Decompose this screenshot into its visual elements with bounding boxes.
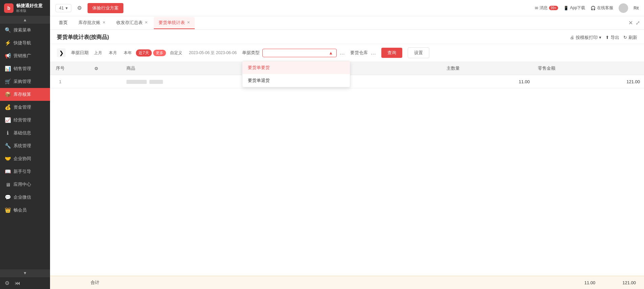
date-this-year-btn[interactable]: 本年 (121, 49, 135, 57)
refresh-icon: ↻ (623, 35, 627, 40)
sidebar-item-经营管理[interactable]: 📈经营管理 (0, 114, 50, 127)
filter-expand-btn[interactable]: ❯ (57, 48, 66, 57)
store-selector[interactable]: 41 ▾ (55, 4, 71, 12)
tabs-bar: 首页库存批次账 ✕收发存汇总表 ✕要货单统计表 ✕ ✕ ⤢ (50, 16, 644, 30)
page-title: 要货单统计表(按商品) (57, 34, 109, 41)
sidebar-icon: 📖 (5, 169, 11, 175)
sidebar-item-基础信息[interactable]: ℹ基础信息 (0, 127, 50, 139)
doc-type-select[interactable]: ▲ (262, 49, 337, 57)
app-logo-icon: b (4, 3, 14, 13)
doc-type-filter-group: 单据类型 ▲ … 要货单要货要货单退货 (242, 49, 345, 57)
sidebar-icon: 📊 (5, 66, 11, 72)
cell-index: 1 (50, 75, 70, 88)
sidebar-icon: 📈 (5, 117, 11, 123)
sidebar-icon: 🛒 (5, 79, 11, 85)
data-table-container: 序号 ⚙ 商品 主计量单位 主数量 零售金额 1 块 11.00 (50, 62, 644, 276)
tab-close-icon[interactable]: ✕ (102, 20, 105, 25)
tab-close-icon[interactable]: ✕ (145, 20, 148, 25)
col-settings[interactable]: ⚙ (70, 62, 122, 75)
print-template-btn[interactable]: 🖨 按模板打印 ▾ (570, 35, 601, 41)
user-name: Rit (634, 6, 639, 10)
sidebar-icon: ℹ (5, 130, 11, 136)
date-shortcuts: 上月 本月 本年 近7天 更多 自定义 (91, 49, 185, 57)
date-this-month-btn[interactable]: 本月 (106, 49, 120, 57)
sidebar-item-采购管理[interactable]: 🛒采购管理 (0, 75, 50, 88)
tab-close-icon[interactable]: ✕ (187, 20, 190, 25)
doc-type-input[interactable] (266, 50, 329, 55)
sidebar-item-库存核算[interactable]: 📦库存核算 (0, 88, 50, 101)
brand-sub: 标准版 (16, 8, 43, 13)
sidebar-label: 库存核算 (14, 91, 31, 97)
sidebar-icon: 💬 (5, 194, 11, 200)
sidebar-item-营销推广[interactable]: 📢营销推广 (0, 49, 50, 62)
sidebar-item-新手引导[interactable]: 📖新手引导 (0, 165, 50, 178)
table-footer: 合计 11.00 121.00 (50, 276, 644, 289)
sidebar-item-畅会员[interactable]: 👑畅会员 (0, 204, 50, 217)
sidebar-label: 快捷导航 (14, 40, 31, 46)
date-custom-btn[interactable]: 自定义 (167, 49, 185, 57)
query-btn[interactable]: 查询 (381, 48, 402, 58)
sidebar-item-企业微信[interactable]: 💬企业微信 (0, 191, 50, 204)
export-btn[interactable]: ⬆ 导出 (605, 35, 619, 41)
export-label: 导出 (611, 35, 619, 41)
doc-type-dropdown: 要货单要货要货单退货 (242, 61, 350, 87)
tab-收发存汇总表[interactable]: 收发存汇总表 ✕ (112, 17, 152, 29)
sidebar-bottom: ⚙ ⏮ (0, 277, 50, 289)
sidebar-item-搜索菜单[interactable]: 🔍搜索菜单 (0, 24, 50, 37)
refresh-btn[interactable]: ↻ 刷新 (623, 35, 637, 41)
print-label: 按模板打印 (576, 35, 598, 41)
sidebar-icon: 🖥 (5, 182, 11, 187)
sidebar-item-应用中心[interactable]: 🖥应用中心 (0, 178, 50, 191)
sidebar-scroll-down[interactable]: ▼ (0, 269, 50, 277)
dropdown-option-0[interactable]: 要货单要货 (242, 61, 350, 74)
sidebar-label: 企业微信 (14, 194, 31, 200)
date-filter-label: 单据日期 (71, 50, 89, 56)
doc-type-chevron-up-icon[interactable]: ▲ (329, 50, 333, 55)
online-service-btn[interactable]: 🎧 在线客服 (591, 5, 613, 11)
tab-库存批次账[interactable]: 库存批次账 ✕ (74, 17, 110, 29)
industry-btn[interactable]: 体验行业方案 (88, 3, 123, 13)
cell-main-qty: 11.00 (443, 75, 534, 88)
tab-要货单统计表[interactable]: 要货单统计表 ✕ (154, 17, 195, 29)
settings-icon[interactable]: ⚙ (5, 280, 9, 286)
date-last-7days-btn[interactable]: 近7天 (136, 49, 152, 57)
export-icon: ⬆ (605, 35, 609, 40)
phone-icon: 📱 (564, 6, 569, 10)
collapse-icon[interactable]: ⏮ (15, 280, 20, 286)
sidebar-item-销售管理[interactable]: 📊销售管理 (0, 62, 50, 75)
tab-首页[interactable]: 首页 (54, 17, 72, 29)
sidebar-item-系统管理[interactable]: 🔧系统管理 (0, 139, 50, 152)
sidebar-scroll-up[interactable]: ▲ (0, 16, 50, 24)
date-more-btn[interactable]: 更多 (153, 50, 166, 56)
dropdown-option-1[interactable]: 要货单退货 (242, 74, 350, 87)
sidebar-label: 搜索菜单 (14, 27, 31, 33)
warehouse-label: 要货仓库 (350, 50, 368, 56)
printer-icon: 🖨 (570, 35, 574, 40)
online-service-label: 在线客服 (597, 5, 613, 11)
more-options-icon[interactable]: … (339, 50, 345, 56)
date-last-month-btn[interactable]: 上月 (91, 49, 105, 57)
page-header: 要货单统计表(按商品) 🖨 按模板打印 ▾ ⬆ 导出 ↻ 刷新 (50, 30, 644, 44)
footer-total-label: 合计 (87, 280, 103, 286)
sidebar-item-快捷导航[interactable]: ⚡快捷导航 (0, 37, 50, 49)
tab-label: 首页 (59, 20, 68, 26)
close-all-icon[interactable]: ✕ (628, 20, 633, 26)
sidebar-item-资金管理[interactable]: 💰资金管理 (0, 101, 50, 114)
warehouse-more-icon[interactable]: … (371, 50, 376, 56)
topbar-gear-button[interactable]: ⚙ (75, 3, 84, 13)
sidebar-label: 采购管理 (14, 79, 31, 85)
chevron-down-icon: ▾ (66, 6, 68, 10)
user-avatar[interactable] (619, 3, 628, 13)
sidebar: b 畅捷通好生意 标准版 ▲ 🔍搜索菜单⚡快捷导航📢营销推广📊销售管理🛒采购管理… (0, 0, 50, 289)
setting-btn[interactable]: 设置 (408, 47, 429, 58)
sidebar-label: 基础信息 (14, 130, 31, 136)
sidebar-item-企业协同[interactable]: 🤝企业协同 (0, 152, 50, 165)
expand-tabs-icon[interactable]: ⤢ (636, 20, 640, 26)
message-btn[interactable]: ✉ 消息 99+ (535, 5, 558, 11)
sidebar-label: 营销推广 (14, 53, 31, 59)
col-qty: 主数量 (443, 62, 534, 75)
app-download-btn[interactable]: 📱 App下载 (564, 5, 585, 11)
sidebar-label: 经营管理 (14, 117, 31, 123)
message-badge: 99+ (549, 6, 558, 10)
headset-icon: 🎧 (591, 6, 596, 10)
